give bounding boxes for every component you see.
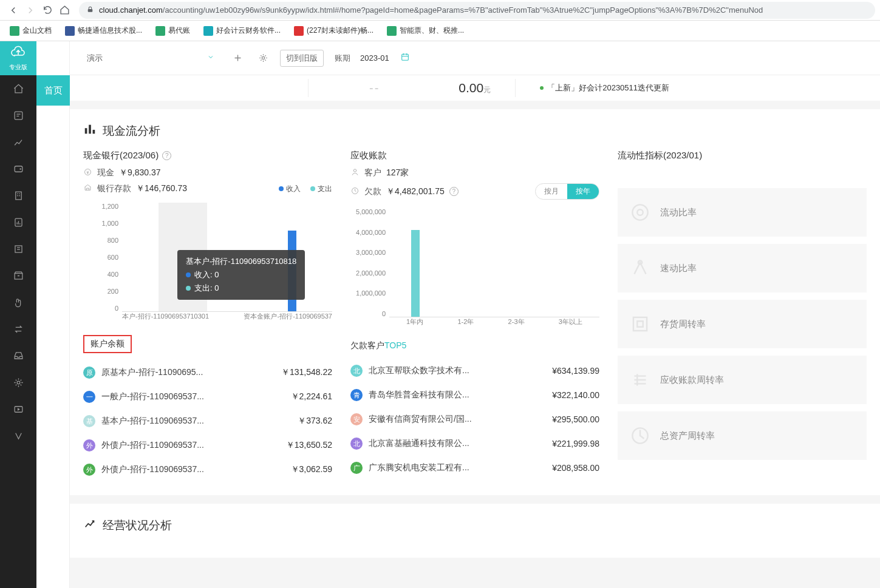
- customer-amount: ¥295,500.00: [552, 414, 599, 424]
- chart-tooltip: 基本户-招行-110906953710818 收入: 0支出: 0: [177, 250, 305, 300]
- content-scroll[interactable]: -- 0.00元 「上新」好会计20230511迭代更新 现金流分析: [70, 75, 880, 588]
- rail-inbox-icon[interactable]: [0, 342, 36, 369]
- svg-rect-1: [15, 112, 22, 120]
- sub-nav: 首页: [36, 41, 70, 588]
- svg-rect-14: [93, 130, 95, 133]
- customer-badge: 广: [350, 462, 363, 474]
- bookmark-item[interactable]: 智能票、财、税推...: [382, 23, 469, 38]
- list-item[interactable]: 外外债户-招行-1109069537...￥13,650.52: [83, 433, 332, 458]
- rail-building-icon[interactable]: [0, 182, 36, 209]
- liquidity-label: 总资产周转率: [660, 430, 715, 442]
- bookmark-label: 金山文档: [22, 25, 52, 36]
- news-ticker[interactable]: 「上新」好会计20230511迭代更新: [540, 83, 669, 93]
- customer-badge: 安: [350, 413, 363, 425]
- list-item[interactable]: 安安徽有信商贸有限公司/国...¥295,500.00: [350, 407, 599, 431]
- strip-amount: 0.00元: [459, 81, 491, 95]
- rail-home-icon[interactable]: [0, 75, 36, 102]
- bookmark-favicon: [294, 26, 304, 36]
- svg-rect-12: [85, 128, 87, 133]
- bookmark-label: 智能票、财、税推...: [400, 25, 464, 36]
- rail-voucher-icon[interactable]: [0, 102, 36, 129]
- liquidity-card[interactable]: 总资产周转率: [618, 411, 867, 460]
- bookmark-item[interactable]: 好会计云财务软件...: [199, 23, 285, 38]
- ar-column: 应收账款 客户 127家 欠款 ￥4,482,001.75 ?: [350, 150, 599, 482]
- liquidity-card[interactable]: 应收账款周转率: [618, 356, 867, 404]
- rail-tax-icon[interactable]: [0, 235, 36, 262]
- bookmark-item[interactable]: 金山文档: [5, 23, 56, 38]
- customer-name: 北京富基融通科技有限公...: [369, 438, 469, 449]
- list-item[interactable]: 广广东腾安机电安装工程有...¥208,958.00: [350, 456, 599, 480]
- list-item[interactable]: 外外债户-招行-1109069537...￥3,062.59: [83, 458, 332, 482]
- account-badge: 基: [83, 415, 95, 427]
- customer-amount: ¥208,958.00: [552, 463, 599, 473]
- rail-archive-icon[interactable]: [0, 262, 36, 289]
- help-icon[interactable]: ?: [449, 187, 459, 196]
- customer-name: 北京互帮联众数字技术有...: [369, 365, 469, 376]
- home-button[interactable]: [56, 2, 73, 19]
- bar-group[interactable]: [411, 230, 420, 317]
- svg-rect-7: [15, 273, 22, 279]
- rail-logo[interactable]: 专业版: [0, 41, 36, 75]
- rail-report-icon[interactable]: [0, 209, 36, 235]
- news-text: 「上新」好会计20230511迭代更新: [547, 83, 669, 93]
- strip-dashes: --: [369, 81, 380, 95]
- toggle-year[interactable]: 按年: [567, 184, 599, 199]
- list-item[interactable]: 北北京互帮联众数字技术有...¥634,139.99: [350, 359, 599, 383]
- calendar-icon[interactable]: [400, 52, 410, 64]
- svg-rect-4: [15, 192, 21, 200]
- bank-icon: [83, 183, 92, 194]
- svg-rect-2: [15, 166, 22, 172]
- news-dot-icon: [540, 86, 544, 90]
- cash-bank-chart: 1,2001,0008006004002000 本户-招行-1109069537…: [83, 203, 332, 324]
- settings-button[interactable]: [254, 50, 271, 67]
- forward-button[interactable]: [22, 2, 39, 19]
- company-selector[interactable]: 演示: [81, 48, 220, 69]
- bookmark-item[interactable]: 易代账: [151, 23, 195, 38]
- list-item[interactable]: 原原基本户-招行-11090695...￥131,548.22: [83, 360, 332, 385]
- help-icon[interactable]: ?: [162, 151, 171, 160]
- customer-badge: 青: [350, 389, 363, 401]
- reload-button[interactable]: [39, 2, 56, 19]
- account-name: 基本户-招行-1109069537...: [101, 416, 204, 427]
- bookmark-item[interactable]: 畅捷通信息技术股...: [60, 23, 147, 38]
- svg-point-18: [632, 204, 647, 220]
- list-item[interactable]: 北北京富基融通科技有限公...¥221,999.98: [350, 431, 599, 456]
- liquidity-icon: [629, 257, 652, 280]
- rail-wallet-icon[interactable]: [0, 155, 36, 182]
- rail-chart-icon[interactable]: [0, 129, 36, 155]
- bookmark-favicon: [387, 26, 397, 36]
- customer-amount: ¥634,139.99: [552, 366, 599, 376]
- bookmark-item[interactable]: (227封未读邮件)畅...: [289, 23, 378, 38]
- add-button[interactable]: [229, 50, 246, 67]
- list-item[interactable]: 基基本户-招行-1109069537...￥373.62: [83, 409, 332, 433]
- toggle-month[interactable]: 按月: [536, 184, 567, 199]
- account-badge: 外: [83, 439, 95, 451]
- browser-toolbar: cloud.chanjet.com/accounting/uw1eb00zy96…: [0, 0, 880, 21]
- period-value: 2023-01: [360, 53, 389, 63]
- top5-title: 欠款客户TOP5: [350, 340, 599, 351]
- clock-icon: [350, 186, 360, 197]
- rail-hand-icon[interactable]: [0, 289, 36, 316]
- customer-badge: 北: [350, 438, 363, 450]
- old-version-button[interactable]: 切到旧版: [280, 50, 324, 67]
- liquidity-card[interactable]: 速动比率: [618, 244, 867, 292]
- chevron-down-icon: [207, 53, 214, 63]
- company-name: 演示: [87, 53, 103, 64]
- list-item[interactable]: 一一般户-招行-1109069537...￥2,224.61: [83, 385, 332, 409]
- customer-badge: 北: [350, 365, 363, 377]
- list-item[interactable]: 青青岛华胜普金科技有限公...¥322,140.00: [350, 383, 599, 407]
- cash-bank-column: 现金银行(2023/06) ? 现金 ￥9,830.37 银行存款: [83, 150, 332, 482]
- back-button[interactable]: [5, 2, 22, 19]
- bank-row: 银行存款 ￥146,760.73 收入 支出: [83, 183, 332, 194]
- svg-point-3: [19, 168, 21, 169]
- rail-gear-icon[interactable]: [0, 369, 36, 396]
- rail-video-icon[interactable]: [0, 396, 36, 422]
- account-amount: ￥3,062.59: [291, 464, 333, 475]
- customer-name: 安徽有信商贸有限公司/国...: [369, 414, 472, 425]
- sub-nav-home-tab[interactable]: 首页: [36, 75, 70, 106]
- address-bar[interactable]: cloud.chanjet.com/accounting/uw1eb00zy96…: [79, 2, 875, 19]
- liquidity-card[interactable]: 存货周转率: [618, 300, 867, 348]
- rail-transfer-icon[interactable]: [0, 316, 36, 342]
- liquidity-card[interactable]: 流动比率: [618, 188, 867, 237]
- rail-v-icon[interactable]: [0, 422, 36, 449]
